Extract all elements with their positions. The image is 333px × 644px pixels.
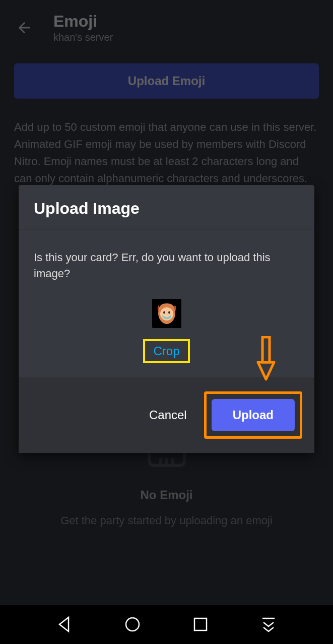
svg-point-6 xyxy=(163,311,165,313)
annotation-arrow-icon xyxy=(256,336,276,381)
crop-button[interactable]: Crop xyxy=(143,339,189,363)
cancel-button[interactable]: Cancel xyxy=(144,401,192,429)
upload-button-highlight: Upload xyxy=(204,391,302,439)
nav-pulldown-icon[interactable] xyxy=(259,615,278,633)
dialog-body-text: Is this your card? Err, do you want to u… xyxy=(34,250,299,282)
nav-back-icon[interactable] xyxy=(55,615,74,633)
emoji-preview-icon xyxy=(155,302,178,325)
dialog-title: Upload Image xyxy=(34,199,299,218)
nav-home-icon[interactable] xyxy=(123,615,142,633)
svg-point-7 xyxy=(168,311,170,313)
image-preview xyxy=(152,299,181,328)
upload-image-dialog: Upload Image Is this your card? Err, do … xyxy=(19,185,314,453)
svg-point-9 xyxy=(126,618,139,631)
svg-rect-10 xyxy=(194,618,207,630)
nav-recent-icon[interactable] xyxy=(191,615,210,633)
android-nav-bar xyxy=(0,605,333,644)
upload-button[interactable]: Upload xyxy=(212,399,295,431)
dialog-footer: Cancel Upload xyxy=(19,377,314,453)
svg-rect-8 xyxy=(262,337,270,362)
